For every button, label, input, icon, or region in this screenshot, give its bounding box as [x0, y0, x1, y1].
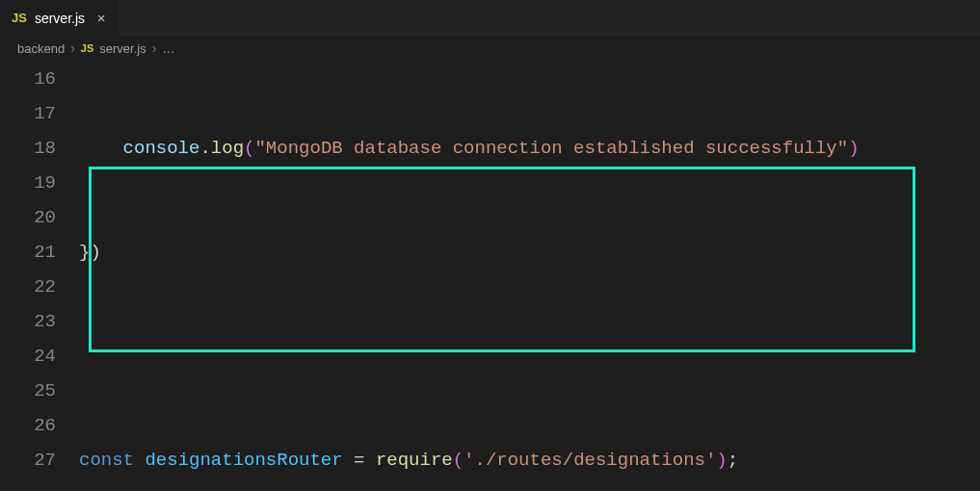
line-number: 17 — [0, 96, 56, 131]
line-number: 26 — [0, 408, 56, 443]
breadcrumb-folder: backend — [17, 41, 65, 56]
line-number: 16 — [0, 62, 56, 96]
line-number: 23 — [0, 304, 56, 339]
code-line — [79, 339, 980, 374]
line-number: 25 — [0, 374, 56, 408]
line-number: 19 — [0, 166, 56, 200]
js-icon: JS — [81, 42, 93, 54]
line-number: 22 — [0, 270, 56, 304]
code-line: console.log("MongoDB database connection… — [79, 131, 980, 166]
js-icon: JS — [12, 11, 27, 25]
chevron-right-icon: › — [70, 40, 75, 56]
code-line: const designationsRouter = require('./ro… — [79, 443, 980, 478]
breadcrumb-ellipsis: … — [162, 41, 174, 56]
tab-label: server.js — [35, 11, 85, 26]
close-icon[interactable]: × — [93, 10, 110, 26]
line-number: 18 — [0, 131, 56, 166]
line-number: 20 — [0, 200, 56, 235]
code-editor[interactable]: 16 17 18 19 20 21 22 23 24 25 26 27 cons… — [0, 60, 980, 491]
breadcrumb[interactable]: backend › JS server.js › … — [0, 37, 980, 60]
line-number: 21 — [0, 235, 56, 270]
breadcrumb-file: server.js — [99, 41, 146, 56]
tab-bar: JS server.js × — [0, 0, 980, 37]
line-number: 24 — [0, 339, 56, 374]
tab-server-js[interactable]: JS server.js × — [0, 0, 120, 36]
chevron-right-icon: › — [152, 40, 157, 56]
line-number: 27 — [0, 443, 56, 478]
code-content[interactable]: console.log("MongoDB database connection… — [79, 60, 980, 491]
line-number-gutter: 16 17 18 19 20 21 22 23 24 25 26 27 — [0, 60, 79, 491]
code-line: }) — [79, 235, 980, 270]
